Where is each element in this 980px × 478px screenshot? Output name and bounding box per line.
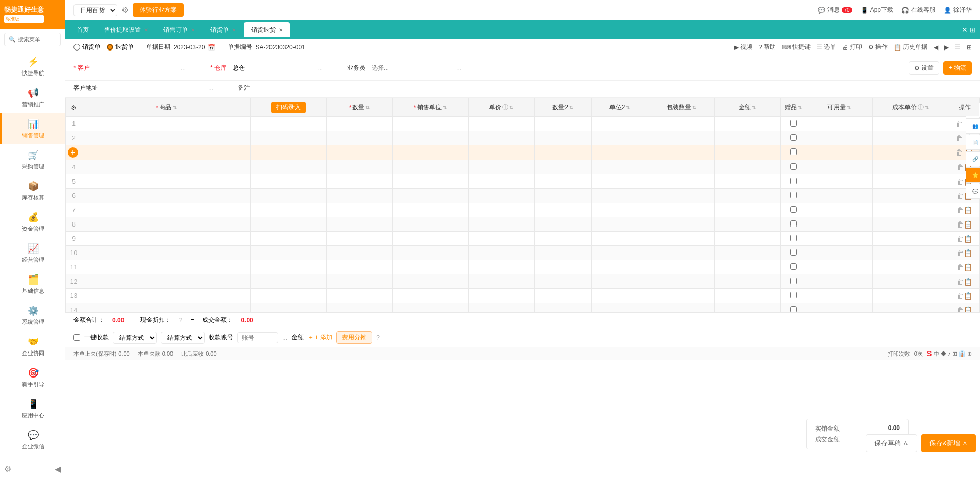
account-dots[interactable]: ...: [282, 334, 287, 341]
product-cell-1[interactable]: [82, 117, 251, 131]
delete-icon[interactable]: 🗑: [957, 163, 964, 171]
cost-price-cell-1[interactable]: [872, 117, 949, 131]
table-gear-icon[interactable]: ⚙: [71, 104, 77, 111]
th-gear[interactable]: ⚙: [66, 98, 82, 117]
delete-icon[interactable]: 🗑: [957, 192, 964, 200]
tab-price-setting[interactable]: 售价提取设置 ✕: [97, 22, 155, 37]
barcode-cell-1[interactable]: [251, 117, 326, 131]
gift-checkbox-2[interactable]: [790, 134, 797, 141]
delete-icon[interactable]: 🗑: [957, 292, 964, 300]
available-cell-2[interactable]: [806, 131, 872, 145]
amount-cell-3[interactable]: [714, 145, 780, 160]
view-grid-btn[interactable]: ⊞: [967, 44, 972, 51]
tab-sales-return-close[interactable]: ✕: [279, 27, 283, 33]
payment-help-icon[interactable]: ?: [376, 334, 380, 341]
qty-cell-3[interactable]: [326, 145, 393, 160]
cost-price-cell-2[interactable]: [872, 131, 949, 145]
right-float-btn-2[interactable]: 👥: [966, 118, 980, 134]
delete-row-2-icon[interactable]: 🗑: [955, 134, 963, 142]
sidebar-item-enterprise[interactable]: 🤝 企业协同: [0, 331, 65, 362]
pack-qty-sort-icon[interactable]: ⇅: [692, 105, 696, 110]
sidebar-item-shortcut[interactable]: ⚡ 快捷导航: [0, 51, 65, 82]
help-btn[interactable]: ? 帮助: [758, 43, 776, 52]
cost-price-cell-3[interactable]: [872, 145, 949, 160]
radio-return[interactable]: 退货单: [107, 43, 134, 52]
cost-price-info-icon[interactable]: ⓘ: [918, 103, 924, 112]
one-click-payment-checkbox[interactable]: [74, 334, 80, 341]
tab-sales-order[interactable]: 销售订单 ✕: [156, 22, 202, 37]
add-row-button[interactable]: +: [68, 147, 78, 158]
qty2-cell-2[interactable]: [534, 131, 591, 145]
unit-price-cell-1[interactable]: [468, 117, 534, 131]
sidebar-item-purchase[interactable]: 🛒 采购管理: [0, 144, 65, 175]
right-float-btn-3[interactable]: 📄: [966, 135, 980, 150]
shortcut-btn[interactable]: ⌨ 快捷键: [782, 43, 811, 52]
delete-icon[interactable]: 🗑: [957, 306, 964, 313]
copy-icon[interactable]: 📋: [964, 306, 972, 313]
available-cell-3[interactable]: [806, 145, 872, 160]
sidebar-item-sales-mgmt[interactable]: 📊 销售管理: [0, 113, 65, 144]
radio-sales-input[interactable]: [74, 44, 80, 51]
delete-icon[interactable]: 🗑: [957, 235, 964, 243]
sidebar-item-inventory[interactable]: 📦 库存核算: [0, 175, 65, 207]
staff-dots[interactable]: ...: [456, 65, 461, 72]
operate-btn[interactable]: ⚙ 操作: [868, 43, 888, 52]
settle-method-select[interactable]: 结算方式: [113, 332, 157, 344]
unit2-cell-1[interactable]: [591, 117, 648, 131]
address-input[interactable]: [101, 83, 203, 93]
copy-icon[interactable]: 📋: [964, 249, 972, 257]
copy-icon[interactable]: 📋: [964, 220, 972, 229]
user-profile-button[interactable]: 👤 徐泽华: [944, 6, 972, 14]
tab-menu-button[interactable]: ⊞: [970, 26, 976, 34]
delete-icon[interactable]: 🗑: [957, 263, 964, 271]
sidebar-item-system[interactable]: ⚙️ 系统管理: [0, 300, 65, 331]
pack-qty-cell-1[interactable]: [648, 117, 715, 131]
sidebar-item-wechat[interactable]: 💬 企业微信: [0, 424, 65, 456]
sidebar-item-finance[interactable]: 💰 资金管理: [0, 207, 65, 238]
sales-unit-cell-1[interactable]: [393, 117, 468, 131]
select-btn[interactable]: ☰ 选单: [817, 43, 836, 52]
save-new-button[interactable]: 保存&新增 ∧: [921, 434, 976, 452]
unit-price-sort-icon[interactable]: ⇅: [509, 105, 513, 110]
account-input[interactable]: [237, 332, 278, 343]
amount-cell-2[interactable]: [714, 131, 780, 145]
history-btn[interactable]: 📋 历史单据: [894, 43, 927, 52]
customer-input[interactable]: [93, 63, 176, 73]
customer-dots[interactable]: ...: [181, 65, 186, 72]
sidebar-item-guide[interactable]: 🎯 新手引导: [0, 362, 65, 393]
sidebar-item-app-center[interactable]: 📱 应用中心: [0, 393, 65, 424]
delete-icon[interactable]: 🗑: [957, 178, 964, 186]
sidebar-item-marketing[interactable]: 📢 营销推广: [0, 82, 65, 113]
gift-cell-1[interactable]: [780, 117, 806, 131]
product-cell-3[interactable]: [82, 145, 251, 160]
add-payment-button[interactable]: ＋ + 添加: [308, 333, 332, 342]
expense-split-button[interactable]: 费用分摊: [336, 331, 372, 344]
product-sort-icon[interactable]: ⇅: [173, 105, 177, 110]
unit2-cell-2[interactable]: [591, 131, 648, 145]
warehouse-input[interactable]: [230, 63, 312, 73]
tab-price-setting-close[interactable]: ✕: [144, 27, 148, 33]
sales-unit-cell-3[interactable]: [393, 145, 468, 160]
address-dots[interactable]: ...: [208, 85, 213, 92]
tab-sales[interactable]: 销货单 ✕: [203, 22, 243, 37]
delete-icon[interactable]: 🗑: [957, 206, 964, 214]
save-draft-button[interactable]: 保存草稿 ∧: [866, 434, 917, 452]
gift-checkbox-3[interactable]: [790, 148, 797, 155]
view-list-btn[interactable]: ☰: [955, 44, 961, 51]
tab-sales-close[interactable]: ✕: [232, 27, 236, 33]
qty-cell-1[interactable]: [326, 117, 393, 131]
tab-sales-return[interactable]: 销货退货 ✕: [244, 22, 290, 37]
cost-price-sort-icon[interactable]: ⇅: [925, 105, 929, 110]
delete-icon[interactable]: 🗑: [957, 249, 964, 257]
pack-qty-cell-3[interactable]: [648, 145, 715, 160]
discount-info-icon[interactable]: ?: [179, 317, 183, 324]
copy-icon[interactable]: 📋: [964, 235, 972, 243]
sidebar-item-basics[interactable]: 🗂️ 基础信息: [0, 269, 65, 300]
tab-sales-order-close[interactable]: ✕: [191, 27, 195, 33]
pack-qty-cell-2[interactable]: [648, 131, 715, 145]
copy-icon[interactable]: 📋: [964, 292, 972, 300]
right-float-btn-6[interactable]: 💬: [966, 184, 980, 199]
sidebar-item-member[interactable]: ⭐ 畅会员: [0, 456, 65, 460]
logistics-button[interactable]: + 物流: [943, 61, 972, 75]
gift-cell-2[interactable]: [780, 131, 806, 145]
